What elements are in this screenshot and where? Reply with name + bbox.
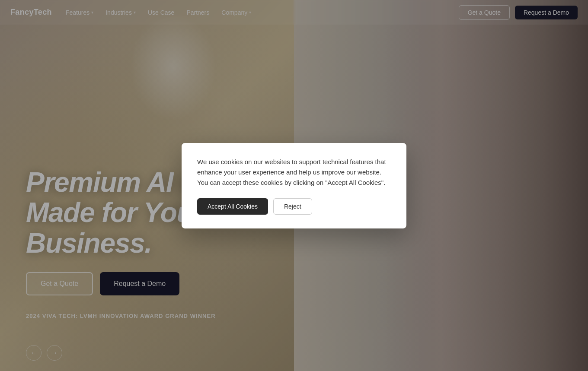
cookie-overlay: We use cookies on our websites to suppor… xyxy=(0,0,588,371)
reject-cookies-button[interactable]: Reject xyxy=(273,198,312,215)
accept-cookies-button[interactable]: Accept All Cookies xyxy=(197,198,268,215)
cookie-message: We use cookies on our websites to suppor… xyxy=(197,157,391,188)
cookie-modal: We use cookies on our websites to suppor… xyxy=(182,143,406,228)
cookie-buttons: Accept All Cookies Reject xyxy=(197,198,391,215)
